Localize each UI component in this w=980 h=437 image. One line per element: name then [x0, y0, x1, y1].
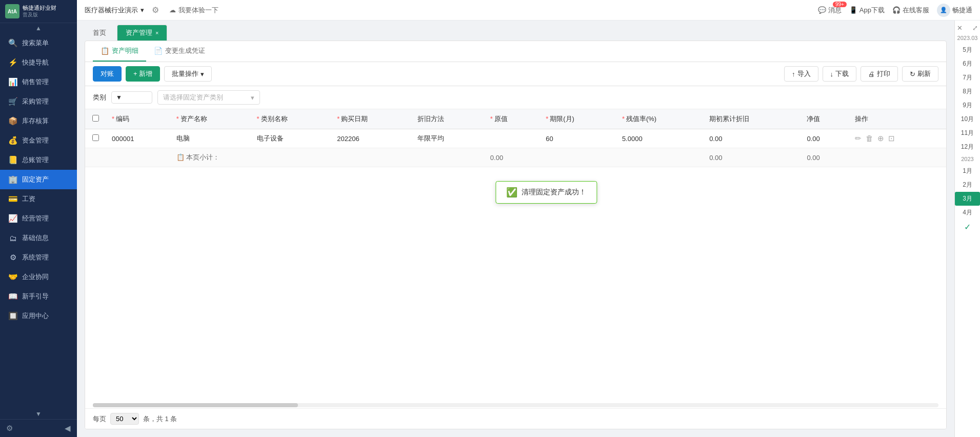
th-residual-rate: *残值率(%)	[616, 109, 703, 129]
guide-icon: 📖	[8, 292, 18, 301]
sub-tab-voucher[interactable]: 📄 变更生成凭证	[146, 41, 213, 62]
online-service-btn[interactable]: 🎧 在线客服	[892, 6, 929, 15]
fixed-icon: 🏢	[8, 175, 18, 184]
calendar-month-9[interactable]: 9月	[955, 98, 980, 112]
sidebar-item-wages[interactable]: 💳 工资	[0, 189, 77, 209]
right-panel-expand-icon[interactable]: ⤢	[972, 24, 978, 32]
subtotal-empty2	[539, 148, 703, 167]
new-btn[interactable]: + 新增	[126, 66, 160, 82]
calendar-month-11[interactable]: 11月	[955, 126, 980, 140]
calendar-month-3-current[interactable]: 3月	[955, 192, 980, 206]
app-download-btn[interactable]: 📱 App下载	[849, 6, 885, 15]
online-service-label: 在线客服	[903, 6, 929, 15]
sidebar-item-guide[interactable]: 📖 新手引导	[0, 287, 77, 306]
header-right: 💬 消息 99+ 📱 App下载 🎧 在线客服 👤 畅捷通	[818, 4, 972, 17]
horizontal-scrollbar[interactable]	[93, 403, 938, 407]
import-btn[interactable]: ↑ 导入	[784, 66, 818, 82]
print-btn[interactable]: 🖨 打印	[861, 66, 898, 82]
purchase-icon: 🛒	[8, 97, 18, 106]
category-placeholder: 请选择固定资产类别	[163, 93, 223, 102]
tab-asset-management[interactable]: 资产管理 ×	[117, 25, 167, 41]
th-net-value: 净值	[801, 109, 848, 129]
category-type-select[interactable]: ▼	[111, 91, 152, 104]
company-name: 医疗器械行业演示	[85, 6, 138, 15]
category-input[interactable]: 请选择固定资产类别 ▾	[157, 90, 260, 105]
category-dropdown-icon: ▾	[251, 94, 254, 102]
tab-home-label: 首页	[93, 29, 106, 36]
calendar-month-5[interactable]: 5月	[955, 43, 980, 57]
tabs-bar: 首页 资产管理 ×	[77, 21, 954, 41]
sidebar-item-basic[interactable]: 🗂 基础信息	[0, 228, 77, 248]
sidebar-item-apps[interactable]: 🔲 应用中心	[0, 306, 77, 326]
row-residual-rate: 5.0000	[616, 129, 703, 148]
refresh-btn[interactable]: ↻ 刷新	[902, 66, 938, 82]
sidebar-item-purchase[interactable]: 🛒 采购管理	[0, 92, 77, 111]
right-panel-close-icon[interactable]: ✕	[957, 24, 963, 32]
select-all-checkbox[interactable]	[92, 115, 99, 122]
th-action: 操作	[849, 109, 946, 129]
funds-icon: 💰	[8, 136, 18, 145]
sidebar-item-search[interactable]: 🔍 搜索菜单	[0, 33, 77, 53]
pagination: 每页 50 10 20 100 条，共 1 条	[85, 408, 946, 429]
table-header-row: *编码 *资产名称 *类别名称 *购买日期 折旧方法 *原值 *期限(月) *残…	[85, 109, 946, 129]
sidebar-item-label: 基础信息	[22, 233, 49, 243]
calendar-month-7[interactable]: 7月	[955, 71, 980, 85]
assets-table: *编码 *资产名称 *类别名称 *购买日期 折旧方法 *原值 *期限(月) *残…	[85, 109, 946, 167]
sidebar-scroll-up[interactable]: ▲	[0, 23, 77, 33]
sidebar-scroll-down[interactable]: ▼	[0, 409, 77, 419]
system-icon: ⚙	[8, 253, 18, 262]
message-badge: 99+	[833, 2, 847, 7]
sidebar-item-label: 工资	[22, 194, 35, 204]
sidebar-bottom: ⚙ ◀	[0, 419, 77, 437]
account-btn[interactable]: 对账	[93, 66, 122, 82]
settings-icon[interactable]: ⚙	[152, 5, 159, 15]
calendar-month-8[interactable]: 8月	[955, 85, 980, 98]
main-panel: 📋 资产明细 📄 变更生成凭证 对账 + 新增 批量操作 ▾	[85, 41, 947, 429]
calendar-month-12[interactable]: 12月	[955, 140, 980, 154]
calendar-check-icon[interactable]: ✓	[964, 222, 971, 232]
sidebar-item-label: 应用中心	[22, 311, 49, 321]
sidebar-item-funds[interactable]: 💰 资金管理	[0, 131, 77, 150]
sidebar-item-ops[interactable]: 📈 经营管理	[0, 209, 77, 228]
company-selector[interactable]: 医疗器械行业演示 ▾	[85, 6, 144, 15]
wages-icon: 💳	[8, 194, 18, 204]
sidebar-item-quicknav[interactable]: ⚡ 快捷导航	[0, 53, 77, 72]
more-icon[interactable]: ⊡	[888, 134, 895, 143]
sidebar-item-system[interactable]: ⚙ 系统管理	[0, 248, 77, 267]
calendar-month-1[interactable]: 1月	[955, 164, 980, 178]
subtotal-empty	[85, 148, 170, 167]
settings-icon[interactable]: ⚙	[6, 424, 13, 433]
table-container: *编码 *资产名称 *类别名称 *购买日期 折旧方法 *原值 *期限(月) *残…	[85, 109, 946, 402]
experience-btn[interactable]: ☁ 我要体验一下	[169, 6, 218, 15]
calendar-month-2[interactable]: 2月	[955, 178, 980, 192]
sidebar-item-ledger[interactable]: 📒 总账管理	[0, 150, 77, 170]
sidebar-item-fixed[interactable]: 🏢 固定资产	[0, 170, 77, 189]
sidebar-item-sales[interactable]: 📊 销售管理	[0, 72, 77, 92]
edit-icon[interactable]: ✏	[855, 134, 862, 143]
sub-tab-asset-list[interactable]: 📋 资产明细	[93, 41, 146, 62]
collapse-icon[interactable]: ◀	[65, 424, 71, 433]
toolbar-right: ↑ 导入 ↓ 下载 🖨 打印 ↻ 刷新	[784, 66, 938, 82]
th-category: *类别名称	[251, 109, 331, 129]
refresh-icon: ↻	[910, 70, 915, 78]
copy-icon[interactable]: ⊕	[877, 134, 884, 143]
calendar-month-10[interactable]: 10月	[955, 112, 980, 126]
per-page-label: 每页	[93, 414, 106, 424]
per-page-select[interactable]: 50 10 20 100	[110, 413, 139, 425]
sidebar-item-inventory[interactable]: 📦 库存核算	[0, 111, 77, 131]
subtotal-row: 📋 本页小计： 0.00 0.00 0.00	[85, 148, 946, 167]
delete-icon[interactable]: 🗑	[866, 134, 873, 143]
calendar-month-4[interactable]: 4月	[955, 206, 980, 220]
batch-btn[interactable]: 批量操作 ▾	[164, 66, 212, 82]
row-checkbox[interactable]	[92, 134, 99, 141]
calendar-month-6[interactable]: 6月	[955, 57, 980, 71]
download-btn[interactable]: ↓ 下载	[823, 66, 857, 82]
sidebar-item-collab[interactable]: 🤝 企业协同	[0, 267, 77, 287]
user-area[interactable]: 👤 畅捷通	[937, 4, 972, 17]
logo-text: 畅捷通好业财	[23, 4, 56, 11]
message-btn[interactable]: 💬 消息 99+	[818, 6, 842, 15]
tab-home[interactable]: 首页	[85, 25, 114, 41]
experience-text: 我要体验一下	[178, 6, 218, 15]
tab-close-icon[interactable]: ×	[155, 30, 158, 36]
scrollbar-thumb[interactable]	[93, 403, 298, 407]
